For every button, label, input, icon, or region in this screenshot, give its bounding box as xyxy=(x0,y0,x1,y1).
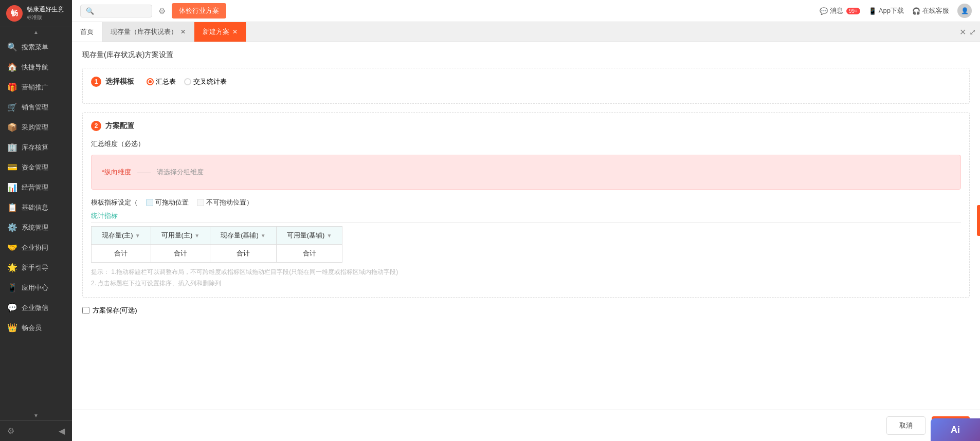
sidebar-item-label: 快捷导航 xyxy=(22,63,48,72)
search-input[interactable] xyxy=(97,7,143,15)
sidebar-item-label: 企业协同 xyxy=(22,243,48,252)
step1-num: 1 xyxy=(91,77,101,87)
step2-header: 2 方案配置 xyxy=(91,121,961,131)
sidebar-item-label: 经营管理 xyxy=(22,183,48,192)
gear-icon[interactable]: ⚙ xyxy=(158,6,166,16)
template-radio-group: 汇总表 交叉统计表 xyxy=(147,77,227,86)
sidebar-item-system[interactable]: ⚙️ 系统管理 xyxy=(0,217,72,237)
dimension-dash: —— xyxy=(137,169,151,176)
industry-plan-button[interactable]: 体验行业方案 xyxy=(172,3,226,19)
ai-label: Ai xyxy=(951,425,960,435)
col-header-2[interactable]: 现存量(基辅) ▼ xyxy=(210,227,277,245)
sidebar-item-sales[interactable]: 🛒 销售管理 xyxy=(0,97,72,117)
tab-inventory-label: 现存量（库存状况表） xyxy=(111,27,177,36)
sidebar-item-label: 库存核算 xyxy=(22,143,48,152)
tab-new-scheme-label: 新建方案 xyxy=(203,27,229,36)
tab-close-icon[interactable]: ✕ xyxy=(959,27,966,37)
basic-info-icon: 📋 xyxy=(7,203,17,212)
sidebar-item-quick-nav[interactable]: 🏠 快捷导航 xyxy=(0,57,72,77)
footer-bar: 取消 查询 xyxy=(72,410,980,441)
step1-title: 选择模板 xyxy=(105,77,134,86)
col-dropdown-0: 现存量(主) ▼ xyxy=(102,231,140,240)
user-avatar[interactable]: 👤 xyxy=(957,4,972,18)
stats-table: 现存量(主) ▼ 可用量(主) ▼ xyxy=(91,226,342,263)
tab-expand-icon[interactable]: ⤢ xyxy=(969,27,976,37)
sidebar-item-purchase[interactable]: 📦 采购管理 xyxy=(0,117,72,137)
sidebar-item-enterprise[interactable]: 🤝 企业协同 xyxy=(0,237,72,258)
sidebar-scroll-up[interactable]: ▲ xyxy=(0,27,72,37)
app-download-label: App下载 xyxy=(879,6,904,15)
sidebar-item-label: 畅会员 xyxy=(22,323,42,333)
radio-cross-circle xyxy=(184,78,191,85)
tip-2: 2. 点击标题栏下拉可设置排序、插入列和删除列 xyxy=(91,278,961,289)
sidebar-item-marketing[interactable]: 🎁 营销推广 xyxy=(0,77,72,97)
step2-section: 2 方案配置 汇总维度（必选） *纵向维度 —— 请选择分组维度 模板指标设定（… xyxy=(82,112,970,298)
sales-icon: 🛒 xyxy=(7,102,17,112)
legend-non-draggable: 不可拖动位置） xyxy=(197,198,253,207)
tab-new-scheme-close[interactable]: ✕ xyxy=(232,28,238,35)
tab-home-label: 首页 xyxy=(80,27,94,36)
members-icon: 👑 xyxy=(7,323,17,333)
collapse-icon[interactable]: ◀ xyxy=(59,426,65,436)
col-arrow-2: ▼ xyxy=(261,233,266,238)
messages-group[interactable]: 💬 消息 99+ xyxy=(820,6,860,15)
sidebar-item-members[interactable]: 👑 畅会员 xyxy=(0,318,72,338)
sidebar-item-inventory[interactable]: 🏢 库存核算 xyxy=(0,137,72,157)
col-arrow-3: ▼ xyxy=(326,233,332,238)
ai-float-button[interactable]: Ai xyxy=(931,418,980,441)
topbar-right: 💬 消息 99+ 📱 App下载 🎧 在线客服 👤 xyxy=(820,4,972,18)
save-checkbox[interactable] xyxy=(82,307,89,314)
tab-inventory-close[interactable]: ✕ xyxy=(180,28,186,35)
tip-1: 提示： 1.拖动标题栏可以调整布局，不可跨维度或指标区域拖动栏目字段(只能在同一… xyxy=(91,267,961,278)
enterprise-icon: 🤝 xyxy=(7,243,17,252)
sidebar-item-app-center[interactable]: 📱 应用中心 xyxy=(0,278,72,298)
radio-summary[interactable]: 汇总表 xyxy=(147,77,176,86)
newcomer-icon: 🌟 xyxy=(7,263,17,272)
col-header-0[interactable]: 现存量(主) ▼ xyxy=(92,227,151,245)
legend-draggable: 可拖动位置 xyxy=(146,198,189,207)
main-area: 🔍 ⚙ 体验行业方案 💬 消息 99+ 📱 App下载 🎧 在线客服 👤 xyxy=(72,0,980,441)
step2-num: 2 xyxy=(91,121,101,131)
tab-inventory-status[interactable]: 现存量（库存状况表） ✕ xyxy=(102,22,194,42)
tab-new-scheme[interactable]: 新建方案 ✕ xyxy=(194,22,246,42)
sidebar-item-label: 资金管理 xyxy=(22,163,48,172)
tab-bar: 首页 现存量（库存状况表） ✕ 新建方案 ✕ ✕ ⤢ xyxy=(72,22,980,42)
sidebar-item-newcomer[interactable]: 🌟 新手引导 xyxy=(0,258,72,278)
sidebar-item-operations[interactable]: 📊 经营管理 xyxy=(0,177,72,197)
stats-section-label: 统计指标 xyxy=(91,211,961,223)
indicators-prefix: 模板指标设定（ xyxy=(91,198,138,207)
col-footer-0: 合计 xyxy=(92,245,151,263)
legend-draggable-box xyxy=(146,199,153,206)
dimension-placeholder: 请选择分组维度 xyxy=(157,168,204,177)
col-header-1[interactable]: 可用量(主) ▼ xyxy=(151,227,210,245)
page-content: 现存量(库存状况表)方案设置 1 选择模板 汇总表 交叉统计表 xyxy=(72,42,980,410)
online-service-group[interactable]: 🎧 在线客服 xyxy=(912,6,949,15)
sidebar-item-label: 采购管理 xyxy=(22,123,48,132)
sidebar-item-wechat[interactable]: 💬 企业微信 xyxy=(0,298,72,318)
col-footer-3: 合计 xyxy=(276,245,342,263)
legend-draggable-label: 可拖动位置 xyxy=(155,198,189,207)
dimension-area[interactable]: *纵向维度 —— 请选择分组维度 xyxy=(91,155,961,190)
logo-text: 畅康通好生意 标准版 xyxy=(27,6,64,21)
sidebar-item-search-menu[interactable]: 🔍 搜索菜单 xyxy=(0,37,72,57)
col-dropdown-3: 可用量(基辅) ▼ xyxy=(287,231,332,240)
settings-icon[interactable]: ⚙ xyxy=(7,426,14,436)
summary-label: 汇总维度（必选） xyxy=(91,139,961,149)
col-footer-1: 合计 xyxy=(151,245,210,263)
col-header-3[interactable]: 可用量(基辅) ▼ xyxy=(276,227,342,245)
app-download-group[interactable]: 📱 App下载 xyxy=(868,6,904,15)
sidebar-item-basic-info[interactable]: 📋 基础信息 xyxy=(0,197,72,217)
inventory-icon: 🏢 xyxy=(7,142,17,152)
sidebar-item-label: 营销推广 xyxy=(22,83,48,92)
sidebar-item-finance[interactable]: 💳 资金管理 xyxy=(0,157,72,177)
radio-cross[interactable]: 交叉统计表 xyxy=(184,77,227,86)
col-footer-2: 合计 xyxy=(210,245,277,263)
tab-home[interactable]: 首页 xyxy=(72,22,102,42)
col-arrow-0: ▼ xyxy=(135,233,140,238)
cancel-button[interactable]: 取消 xyxy=(886,416,925,435)
save-row: 方案保存(可选) xyxy=(82,306,970,315)
sidebar-scroll-down[interactable]: ▼ xyxy=(0,411,72,420)
topbar-search-box[interactable]: 🔍 xyxy=(80,5,152,17)
tabs-end: ✕ ⤢ xyxy=(955,27,980,37)
online-service-label: 在线客服 xyxy=(922,6,949,15)
